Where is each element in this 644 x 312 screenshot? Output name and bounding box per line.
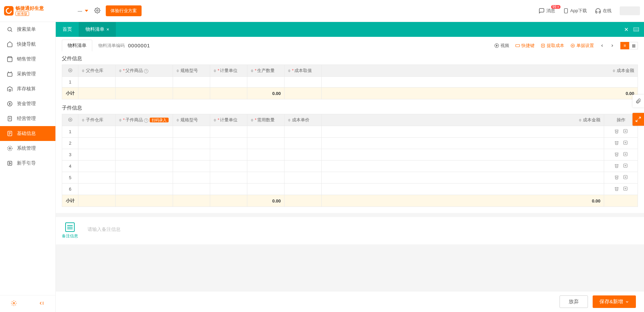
view-grid-button[interactable]: ▦ [629,42,638,49]
table-row[interactable]: 6 [62,184,638,195]
svg-point-29 [68,68,72,72]
table-row[interactable]: 1 [62,77,638,88]
discard-button[interactable]: 放弃 [560,295,588,308]
col-child-cost-amt[interactable]: 成本金额 [322,114,604,126]
extract-cost-link[interactable]: 提取成本 [541,43,564,49]
org-settings-button[interactable] [94,7,100,15]
messages-button[interactable]: 消息 99 + [539,8,555,14]
col-parent-qty[interactable]: *生产数量 [247,65,284,77]
tab-bom[interactable]: 物料清单 × [79,22,116,37]
col-child-unit[interactable]: *计量单位 [210,114,247,126]
remark-section: 备注信息 [56,217,644,244]
col-child-qty[interactable]: *需用数量 [247,114,284,126]
sidebar-item-funds[interactable]: 资金管理 [0,96,55,111]
row-add-button[interactable] [623,152,628,158]
note-icon [65,222,75,232]
remark-title: 备注信息 [62,233,78,239]
row-delete-button[interactable] [614,186,619,192]
table-row[interactable]: 2 [62,138,638,149]
prev-record-button[interactable] [600,44,604,48]
col-child-warehouse[interactable]: 子件仓库 [78,114,116,126]
row-add-button[interactable] [623,186,628,192]
sidebar-item-system[interactable]: 系统管理 [0,141,55,156]
sidebar: 搜索菜单 快捷导航 销售管理 采购管理 库存核算 资金管理 [0,22,56,312]
tab-menu-button[interactable] [631,24,641,34]
doc-settings-link[interactable]: 单据设置 [570,43,594,49]
avatar[interactable] [620,6,640,15]
tab-label: 首页 [63,26,72,32]
sidebar-item-label: 快捷导航 [17,41,36,47]
compass-icon [7,160,13,166]
row-delete-button[interactable] [614,140,619,146]
chevron-down-icon [85,10,88,12]
sidebar-item-purchase[interactable]: 采购管理 [0,67,55,81]
experience-button[interactable]: 体验行业方案 [106,5,142,16]
trash-icon [614,163,619,168]
table-row[interactable]: 4 [62,161,638,172]
svg-rect-1 [564,8,567,13]
app-download-button[interactable]: App下载 [563,8,587,14]
row-delete-button[interactable] [614,175,619,181]
col-config[interactable] [62,114,78,126]
tab-close-all-button[interactable]: ✕ [621,24,631,34]
svg-point-28 [70,70,71,71]
remark-input[interactable] [86,222,638,236]
row-add-button[interactable] [623,140,628,146]
col-parent-product[interactable]: *父件商品? [116,65,173,77]
table-row[interactable]: 5 [62,172,638,184]
table-row[interactable]: 1 [62,126,638,138]
sidebar-item-guide[interactable]: 新手引导 [0,156,55,171]
row-add-button[interactable] [623,163,628,169]
shortcut-link[interactable]: 快捷键 [515,43,535,49]
row-delete-button[interactable] [614,163,619,169]
gear-icon [570,43,575,48]
svg-rect-7 [9,90,11,91]
table-row[interactable]: 3 [62,149,638,161]
col-parent-cost-amt[interactable]: 成本金额 [322,65,638,77]
sidebar-item-inventory[interactable]: 库存核算 [0,81,55,96]
logo-title: 畅捷通好生意 [16,6,44,11]
row-delete-button[interactable] [614,129,619,135]
logo[interactable]: 畅捷通好生意 标准版 [4,6,44,16]
view-list-button[interactable]: ≡ [620,42,629,49]
messages-badge: 99 + [551,5,561,9]
col-parent-spec[interactable]: 规格型号 [173,65,210,77]
help-icon[interactable]: ? [144,118,148,123]
online-support-button[interactable]: 在线 [595,8,612,14]
sidebar-item-basicinfo[interactable]: 基础信息 [0,126,55,141]
col-parent-warehouse[interactable]: 父件仓库 [78,65,116,77]
settings-icon [7,145,13,151]
save-new-button[interactable]: 保存&新增 [593,295,636,308]
expand-handle[interactable] [633,113,644,126]
scan-input-chip[interactable]: 扫码录入 [150,118,169,122]
sidebar-item-quicknav[interactable]: 快捷导航 [0,37,55,52]
sidebar-collapse-button[interactable] [39,300,45,307]
close-icon[interactable]: × [106,27,109,32]
tab-home[interactable]: 首页 [56,22,79,37]
sidebar-item-sales[interactable]: 销售管理 [0,52,55,67]
col-parent-cost-mode[interactable]: *成本取值 [284,65,322,77]
help-icon[interactable]: ? [144,69,148,73]
sidebar-item-search[interactable]: 搜索菜单 [0,22,55,37]
col-config[interactable] [62,65,78,77]
footer-bar: 放弃 保存&新增 [56,291,644,312]
attachment-handle[interactable] [633,95,644,107]
video-link[interactable]: 视频 [494,43,509,49]
org-selector[interactable]: — [78,8,88,14]
svg-point-0 [97,9,98,11]
col-child-product[interactable]: *子件商品?扫码录入 [116,114,173,126]
doc-settings-label: 单据设置 [576,43,594,49]
row-delete-button[interactable] [614,152,619,158]
child-table: 子件仓库 *子件商品?扫码录入 规格型号 *计量单位 *需用数量 成本单价 成本… [62,114,638,207]
sidebar-item-operations[interactable]: 经营管理 [0,111,55,126]
page-tab-bom[interactable]: 物料清单 [62,40,92,51]
col-child-spec[interactable]: 规格型号 [173,114,210,126]
row-add-button[interactable] [623,175,628,181]
col-child-unit-cost[interactable]: 成本单价 [284,114,322,126]
next-record-button[interactable] [610,44,614,48]
sidebar-item-label: 库存核算 [17,86,36,92]
trash-icon [614,140,619,145]
row-add-button[interactable] [623,129,628,135]
sidebar-settings-button[interactable] [11,300,17,307]
col-parent-unit[interactable]: *计量单位 [210,65,247,77]
